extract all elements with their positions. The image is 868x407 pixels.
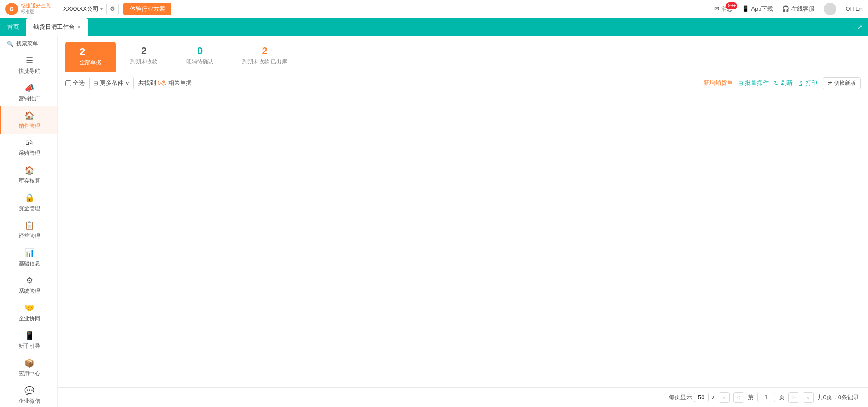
sidebar-item-quick-nav[interactable]: ☰ 快捷导航 bbox=[0, 51, 57, 79]
tab-actions: — ⤢ bbox=[847, 23, 868, 31]
stat-tabs: 2 全部单据 2 到期未收款 0 旺辅待确认 2 到期未收款 已出库 bbox=[58, 36, 868, 72]
filter-btn[interactable]: ⊟ 更多条件 ∨ bbox=[89, 77, 134, 89]
toolbar-right: + 新增销货单 ⊞ 批量操作 ↻ 刷新 🖨 打印 ⇄ 切换新版 bbox=[698, 77, 861, 89]
sidebar-system-label: 系统管理 bbox=[19, 287, 40, 295]
stat-tab-shipped[interactable]: 2 到期未收款 已出库 bbox=[228, 42, 302, 72]
pagination-bar: 每页显示 50 ∨ « < 第 页 > » 共0页，0条记录 bbox=[58, 387, 868, 407]
batch-btn[interactable]: ⊞ 批量操作 bbox=[738, 79, 769, 87]
online-service-btn[interactable]: 🎧 在线客服 bbox=[782, 5, 815, 13]
sidebar-marketing-label: 营销推广 bbox=[19, 95, 40, 103]
app-download-label: App下载 bbox=[751, 5, 773, 13]
sidebar-item-app-center[interactable]: 📦 应用中心 bbox=[0, 354, 57, 381]
logo-icon: 6 bbox=[5, 3, 18, 15]
print-icon: 🖨 bbox=[798, 80, 804, 87]
logo-text-block: 畅捷通好生意 标准版 bbox=[21, 3, 51, 15]
messages-btn[interactable]: ✉ 消息 99+ bbox=[714, 5, 733, 13]
new-sale-btn[interactable]: + 新增销货单 bbox=[698, 79, 733, 87]
industry-btn[interactable]: 体验行业方案 bbox=[123, 3, 171, 15]
batch-icon: ⊞ bbox=[738, 80, 743, 87]
wechat-icon: 💬 bbox=[24, 386, 34, 396]
select-all-input[interactable] bbox=[65, 80, 71, 86]
search-icon: 🔍 bbox=[7, 41, 14, 47]
stat-tab-pending[interactable]: 0 旺辅待确认 bbox=[172, 42, 228, 72]
sidebar-item-operations[interactable]: 📋 经营管理 bbox=[0, 216, 57, 243]
total-info: 共0页，0条记录 bbox=[817, 393, 859, 402]
stat-tab-all[interactable]: 2 全部单据 bbox=[65, 42, 116, 72]
stat-shipped-number: 2 bbox=[262, 45, 268, 57]
sidebar-inventory-label: 库存核算 bbox=[19, 177, 40, 185]
toolbar-left: 全选 ⊟ 更多条件 ∨ 共找到 0条 相关单据 bbox=[65, 77, 694, 89]
message-icon: ✉ bbox=[714, 5, 719, 12]
sidebar-finance-label: 资金管理 bbox=[19, 205, 40, 212]
company-selector[interactable]: XXXXXX公司 ▾ bbox=[63, 5, 103, 13]
sidebar-search-label: 搜索菜单 bbox=[16, 40, 38, 47]
new-sale-label: + 新增销货单 bbox=[698, 79, 733, 87]
minimize-icon[interactable]: — bbox=[847, 23, 854, 31]
sidebar-sales-label: 销售管理 bbox=[19, 122, 40, 130]
tab-workbench[interactable]: 钱货日清工作台 × bbox=[26, 18, 88, 36]
enterprise-icon: 🤝 bbox=[24, 303, 34, 313]
tab-workbench-label: 钱货日清工作台 bbox=[33, 23, 75, 31]
avatar-name[interactable]: OfTEn bbox=[845, 5, 863, 12]
settings-icon[interactable]: ⚙ bbox=[106, 3, 119, 15]
sidebar-enterprise-label: 企业协同 bbox=[19, 315, 40, 323]
sidebar-item-purchase[interactable]: 🛍 采购管理 bbox=[0, 134, 57, 161]
switch-label: 切换新版 bbox=[834, 80, 856, 87]
sidebar-item-wechat[interactable]: 💬 企业微信 bbox=[0, 381, 57, 407]
stat-overdue-label: 到期未收款 bbox=[130, 58, 157, 65]
finance-icon: 🔒 bbox=[24, 193, 34, 203]
sales-icon: 🏠 bbox=[24, 111, 34, 121]
sidebar-item-marketing[interactable]: 📣 营销推广 bbox=[0, 79, 57, 106]
batch-label: 批量操作 bbox=[745, 79, 769, 87]
sidebar-item-finance[interactable]: 🔒 资金管理 bbox=[0, 188, 57, 216]
nav-tabs: 首页 钱货日清工作台 × — ⤢ bbox=[0, 18, 868, 36]
sidebar-item-basic-info[interactable]: 📊 基础信息 bbox=[0, 243, 57, 271]
select-all-label: 全选 bbox=[73, 79, 85, 87]
stat-all-number: 2 bbox=[80, 46, 101, 58]
switch-icon: ⇄ bbox=[828, 80, 832, 86]
first-page-btn[interactable]: « bbox=[719, 392, 730, 403]
sidebar-search[interactable]: 🔍 搜索菜单 bbox=[0, 36, 57, 51]
table-area bbox=[58, 94, 868, 320]
page-size-select: 每页显示 50 ∨ bbox=[669, 393, 715, 402]
sidebar-item-system[interactable]: ⚙ 系统管理 bbox=[0, 271, 57, 299]
service-icon: 🎧 bbox=[782, 5, 789, 12]
refresh-icon: ↻ bbox=[774, 80, 779, 87]
sidebar-item-sales[interactable]: 🏠 销售管理 bbox=[0, 106, 57, 134]
select-all-checkbox[interactable]: 全选 bbox=[65, 79, 85, 87]
print-btn[interactable]: 🖨 打印 bbox=[798, 79, 817, 87]
sidebar-app-center-label: 应用中心 bbox=[19, 370, 40, 378]
sidebar-item-inventory[interactable]: 🏠 库存核算 bbox=[0, 161, 57, 188]
switch-version-btn[interactable]: ⇄ 切换新版 bbox=[823, 77, 861, 89]
found-prefix: 共找到 bbox=[138, 80, 156, 86]
page-size-value[interactable]: 50 bbox=[694, 393, 708, 402]
stat-tab-overdue[interactable]: 2 到期未收款 bbox=[116, 42, 172, 72]
page-of-label: 页 bbox=[779, 393, 785, 402]
topbar: 6 畅捷通好生意 标准版 XXXXXX公司 ▾ ⚙ 体验行业方案 ✉ 消息 99… bbox=[0, 0, 868, 18]
found-text: 共找到 0条 相关单据 bbox=[138, 79, 192, 87]
app-download-btn[interactable]: 📱 App下载 bbox=[742, 5, 773, 13]
page-input[interactable] bbox=[757, 393, 775, 402]
tab-home[interactable]: 首页 bbox=[0, 18, 26, 36]
found-suffix: 相关单据 bbox=[168, 80, 192, 86]
topbar-right: ✉ 消息 99+ 📱 App下载 🎧 在线客服 OfTEn bbox=[714, 3, 863, 15]
sidebar-item-guide[interactable]: 📱 新手引导 bbox=[0, 326, 57, 354]
avatar[interactable] bbox=[824, 3, 836, 15]
stat-pending-label: 旺辅待确认 bbox=[186, 58, 213, 65]
page-size-chevron-icon[interactable]: ∨ bbox=[711, 394, 715, 401]
main-content: 2 全部单据 2 到期未收款 0 旺辅待确认 2 到期未收款 已出库 全选 bbox=[58, 36, 868, 407]
message-badge: 99+ bbox=[726, 2, 737, 9]
system-icon: ⚙ bbox=[26, 276, 33, 285]
basic-info-icon: 📊 bbox=[24, 248, 34, 258]
next-page-btn[interactable]: > bbox=[788, 392, 799, 403]
maximize-icon[interactable]: ⤢ bbox=[857, 23, 863, 31]
stat-all-label: 全部单据 bbox=[80, 59, 101, 66]
sidebar-item-enterprise[interactable]: 🤝 企业协同 bbox=[0, 299, 57, 326]
refresh-btn[interactable]: ↻ 刷新 bbox=[774, 79, 793, 87]
logo-name: 畅捷通好生意 bbox=[21, 3, 51, 9]
sidebar-quick-nav-label: 快捷导航 bbox=[19, 67, 40, 75]
print-label: 打印 bbox=[806, 79, 817, 87]
close-icon[interactable]: × bbox=[77, 24, 80, 30]
last-page-btn[interactable]: » bbox=[803, 392, 814, 403]
prev-page-btn[interactable]: < bbox=[733, 392, 744, 403]
